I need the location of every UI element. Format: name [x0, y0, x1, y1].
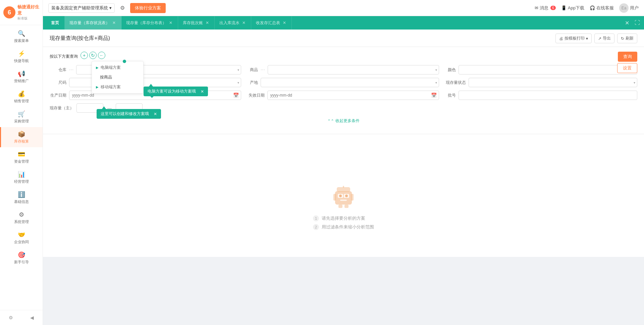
refresh-icon: ↻: [621, 36, 624, 41]
sidebar-item-search[interactable]: 🔍 搜索菜单: [0, 26, 43, 47]
page-title-row: 现存量查询(按仓库+商品) 🖨 按模板打印 ▾ ↗ 导出 ↻: [50, 34, 637, 47]
empty-hints: 1 请先选择要分析的方案 2 用过滤条件来缩小分析范围: [313, 215, 374, 230]
stock-status-select[interactable]: [469, 78, 637, 87]
sidebar-item-basic-info[interactable]: ℹ️ 基础信息: [0, 187, 43, 208]
box-icon: 📦: [18, 130, 25, 138]
main-area: 装备及固定资产辅助管理系统 ▾ ⚙ 体验行业方案 ✉ 消息 6 📱 App下载 …: [43, 0, 644, 325]
tab-batch-account[interactable]: 库存批次账 ✕: [178, 16, 215, 30]
tooltip1-close-btn[interactable]: ✕: [201, 89, 204, 94]
tab-flow[interactable]: 出入库流水 ✕: [215, 16, 251, 30]
tab-close-2[interactable]: ✕: [168, 20, 173, 26]
batch-input[interactable]: [459, 91, 637, 100]
message-btn[interactable]: ✉ 消息 6: [535, 5, 556, 11]
sidebar-item-guide[interactable]: 🎯 新手引导: [0, 248, 43, 268]
goods-select[interactable]: [268, 65, 439, 74]
goods-dots: ···: [261, 67, 265, 73]
sidebar-item-system[interactable]: ⚙ 系统管理: [0, 208, 43, 228]
origin-select[interactable]: [261, 78, 439, 87]
tab-close-all-btn[interactable]: ✕: [624, 18, 631, 28]
sidebar-item-purchase[interactable]: 🛒 采购管理: [0, 107, 43, 127]
sidebar-settings-btn[interactable]: ⚙: [6, 314, 16, 322]
tab-summary[interactable]: 收发存汇总表 ✕: [251, 16, 292, 30]
scheme-tree-mobile[interactable]: ▶ 移动端方案: [92, 82, 143, 92]
info-icon: ℹ️: [18, 191, 25, 198]
sidebar-item-quicknav[interactable]: ⚡ 快捷导航: [0, 47, 43, 67]
sidebar-logo: 6 畅捷通好生意 标准版: [0, 0, 43, 25]
filter-area: 按以下方案查询 + ↻ ← 电脑方案可设为移动方案哦 ✕ 这里可以创建和修改方案…: [43, 47, 644, 134]
add-scheme-btn[interactable]: +: [80, 52, 88, 59]
active-bar: [0, 127, 1, 147]
filter-size: 尺码: [50, 78, 241, 87]
scheme-tree-desktop-by-goods[interactable]: 按商品: [99, 72, 143, 82]
tab-inventory-dist[interactable]: 现存量（库存分布表） ✕: [121, 16, 178, 30]
collapse-up-icon: ⌃⌃: [327, 119, 334, 123]
produce-date-cal-icon[interactable]: 📅: [231, 93, 241, 98]
stock-status-select-wrapper: [469, 78, 637, 87]
tab-close-5[interactable]: ✕: [282, 20, 287, 26]
warehouse-dots: ···: [69, 67, 73, 73]
empty-state: 1 请先选择要分析的方案 2 用过滤条件来缩小分析范围: [43, 154, 644, 243]
print-btn[interactable]: 🖨 按模板打印 ▾: [555, 34, 592, 43]
sidebar-item-enterprise[interactable]: 🤝 企业协同: [0, 228, 43, 248]
svg-point-3: [339, 195, 342, 197]
empty-hint-2: 2 用过滤条件来缩小分析范围: [313, 224, 374, 230]
refresh-scheme-btn[interactable]: ↻: [89, 52, 97, 59]
user-avatar-btn[interactable]: Ea 用户: [619, 3, 639, 13]
content-body: 现存量查询(按仓库+商品) 🖨 按模板打印 ▾ ↗ 导出 ↻: [43, 30, 644, 257]
page-actions: 🖨 按模板打印 ▾ ↗ 导出 ↻ 刷新: [555, 34, 637, 43]
sidebar-item-inventory[interactable]: 📦 库存核算: [0, 127, 43, 147]
page-header: 现存量查询(按仓库+商品) 🖨 按模板打印 ▾ ↗ 导出 ↻: [43, 30, 644, 47]
tabbar: 首页 现存量（库存状况表） ✕ 现存量（库存分布表） ✕ 库存批次账 ✕ 出入库…: [43, 16, 644, 30]
empty-hint-1: 1 请先选择要分析的方案: [313, 215, 374, 221]
topbar: 装备及固定资产辅助管理系统 ▾ ⚙ 体验行业方案 ✉ 消息 6 📱 App下载 …: [43, 0, 644, 16]
sidebar: 6 畅捷通好生意 标准版 🔍 搜索菜单 ⚡ 快捷导航 📢 营销推广 💰 销售管理…: [0, 0, 43, 325]
handshake-icon: 🤝: [18, 231, 25, 238]
query-btn-group: 查询 设置: [617, 52, 637, 73]
gear-icon: ⚙: [19, 211, 24, 218]
scheme-tree: ▶ 电脑端方案 按商品 ▶ 移动端方案: [92, 61, 144, 94]
filter-stock-status: 现存量状态: [446, 78, 637, 87]
color-select[interactable]: [459, 65, 637, 74]
expire-date-input[interactable]: [268, 93, 429, 98]
system-name-dropdown[interactable]: 装备及固定资产辅助管理系统 ▾: [48, 3, 115, 13]
tooltip2-close-btn[interactable]: ✕: [154, 112, 157, 116]
scheme-tree-desktop[interactable]: ▶ 电脑端方案: [92, 63, 143, 72]
sidebar-nav: 🔍 搜索菜单 ⚡ 快捷导航 📢 营销推广 💰 销售管理 🛒 采购管理 📦 库存核…: [0, 25, 43, 310]
scheme-sub-item-label: 按商品: [100, 74, 112, 80]
tab-close-3[interactable]: ✕: [205, 20, 210, 26]
topbar-gear-btn[interactable]: ⚙: [119, 3, 126, 12]
tab-close-1[interactable]: ✕: [112, 20, 116, 26]
color-select-wrapper: [459, 65, 637, 74]
megaphone-icon: 📢: [18, 70, 25, 77]
page-title: 现存量查询(按仓库+商品): [50, 35, 110, 42]
tab-inventory-status[interactable]: 现存量（库存状况表） ✕: [65, 16, 121, 30]
empty-state-area: 1 请先选择要分析的方案 2 用过滤条件来缩小分析范围: [43, 134, 644, 257]
back-scheme-btn[interactable]: ←: [98, 52, 105, 59]
refresh-btn[interactable]: ↻ 刷新: [617, 34, 637, 43]
sidebar-item-finance[interactable]: 💳 资金管理: [0, 147, 43, 167]
expire-date-cal-icon[interactable]: 📅: [429, 93, 439, 98]
tab-expand-btn[interactable]: ⛶: [633, 18, 641, 27]
scheme-tree-desktop-sub: 按商品: [92, 72, 143, 82]
export-btn[interactable]: ↗ 导出: [594, 34, 614, 43]
collapse-btn[interactable]: ⌃⌃ 收起更多条件: [327, 118, 360, 124]
hint-num-2: 2: [313, 224, 319, 230]
sidebar-collapse-btn[interactable]: ◀: [28, 314, 37, 322]
reset-btn[interactable]: 设置: [617, 63, 637, 73]
svg-rect-7: [351, 194, 354, 201]
industry-btn[interactable]: 体验行业方案: [130, 3, 166, 13]
sidebar-item-sales[interactable]: 💰 销售管理: [0, 87, 43, 107]
message-icon: ✉: [535, 5, 538, 10]
tab-close-4[interactable]: ✕: [241, 20, 246, 26]
scheme-tooltip-2: 这里可以创建和修改方案哦 ✕: [97, 109, 161, 119]
sidebar-item-marketing[interactable]: 📢 营销推广: [0, 67, 43, 87]
app-download-btn[interactable]: 📱 App下载: [561, 5, 584, 11]
sidebar-item-operations[interactable]: 📊 经营管理: [0, 167, 43, 187]
expire-date-input-wrapper: 📅: [267, 91, 439, 100]
online-service-btn[interactable]: 🎧 在线客服: [590, 5, 614, 11]
app-logo-text: 畅捷通好生意 标准版: [17, 4, 39, 21]
card-icon: 💳: [18, 151, 25, 158]
tab-home[interactable]: 首页: [46, 16, 65, 30]
query-btn[interactable]: 查询: [618, 52, 637, 62]
svg-rect-8: [338, 205, 342, 208]
